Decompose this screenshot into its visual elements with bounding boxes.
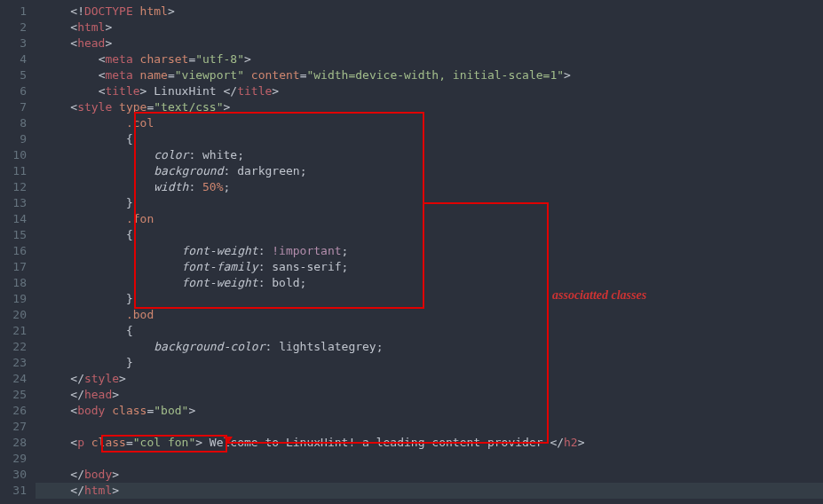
code-line[interactable]: <p class="col fon"> Welcome to LinuxHint… (36, 435, 823, 451)
line-number: 16 (9, 243, 27, 259)
line-number: 12 (9, 179, 27, 195)
line-number: 11 (9, 163, 27, 179)
line-number: 3 (9, 35, 27, 51)
line-number: 1 (9, 4, 27, 20)
line-number: 18 (9, 275, 27, 291)
line-number: 8 (9, 115, 27, 131)
code-line[interactable]: <title> LinuxHint </title> (36, 83, 823, 99)
code-line[interactable]: font-weight: bold; (36, 275, 823, 291)
line-number: 19 (9, 291, 27, 307)
line-number: 30 (9, 467, 27, 483)
line-number: 24 (9, 371, 27, 387)
line-number: 25 (9, 387, 27, 403)
line-number: 27 (9, 419, 27, 435)
code-line[interactable]: { (36, 323, 823, 339)
line-number: 9 (9, 131, 27, 147)
line-number: 2 (9, 20, 27, 35)
line-number: 20 (9, 307, 27, 323)
code-line[interactable]: color: white; (36, 147, 823, 163)
line-number: 6 (9, 83, 27, 99)
line-number: 17 (9, 259, 27, 275)
code-line[interactable]: </body> (36, 467, 823, 483)
code-line[interactable]: width: 50%; (36, 179, 823, 195)
code-line[interactable]: <head> (36, 35, 823, 51)
line-number: 14 (9, 211, 27, 227)
code-line[interactable]: <meta charset="utf-8"> (36, 51, 823, 67)
code-line[interactable]: .col (36, 115, 823, 131)
line-number: 7 (9, 99, 27, 115)
line-number: 4 (9, 51, 27, 67)
line-number: 31 (9, 483, 27, 499)
code-line[interactable]: <!DOCTYPE html> (36, 4, 823, 20)
code-line[interactable]: font-family: sans-serif; (36, 259, 823, 275)
code-line[interactable]: font-weight: !important; (36, 243, 823, 259)
code-line[interactable]: <body class="bod"> (36, 403, 823, 419)
line-number: 29 (9, 451, 27, 467)
code-line[interactable]: <style type="text/css"> (36, 99, 823, 115)
line-number-gutter: 1234567891011121314151617181920212223242… (0, 0, 36, 504)
line-number: 13 (9, 195, 27, 211)
code-editor[interactable]: 1234567891011121314151617181920212223242… (0, 0, 823, 504)
code-line[interactable]: <html> (36, 20, 823, 35)
code-line[interactable]: .fon (36, 211, 823, 227)
code-line[interactable]: </style> (36, 371, 823, 387)
code-line[interactable]: .bod (36, 307, 823, 323)
line-number: 28 (9, 435, 27, 451)
line-number: 15 (9, 227, 27, 243)
code-line[interactable] (36, 419, 823, 435)
code-line[interactable]: </html> (36, 483, 823, 499)
code-line[interactable]: { (36, 131, 823, 147)
code-area[interactable]: <!DOCTYPE html> <html> <head> <meta char… (36, 0, 823, 504)
line-number: 26 (9, 403, 27, 419)
code-line[interactable]: background: darkgreen; (36, 163, 823, 179)
line-number: 22 (9, 339, 27, 355)
line-number: 23 (9, 355, 27, 371)
code-line[interactable]: <meta name="viewport" content="width=dev… (36, 67, 823, 83)
code-line[interactable]: } (36, 291, 823, 307)
line-number: 5 (9, 67, 27, 83)
code-line[interactable]: } (36, 355, 823, 371)
code-line[interactable]: </head> (36, 387, 823, 403)
line-number: 21 (9, 323, 27, 339)
code-line[interactable]: } (36, 195, 823, 211)
code-line[interactable] (36, 451, 823, 467)
line-number: 10 (9, 147, 27, 163)
code-line[interactable]: background-color: lightslategrey; (36, 339, 823, 355)
code-line[interactable]: { (36, 227, 823, 243)
